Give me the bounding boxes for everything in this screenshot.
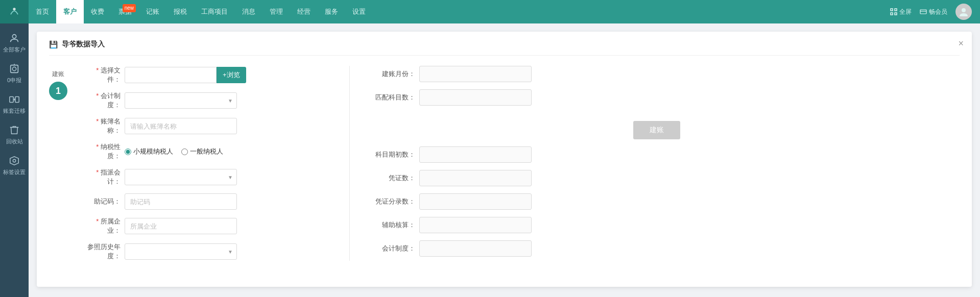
auxiliary-label: 辅助核算： <box>374 220 415 230</box>
sidebar-item-tag-settings[interactable]: 标签设置 <box>0 150 29 181</box>
nav-fee[interactable]: 收费 <box>84 0 111 23</box>
tax-type-label: 纳税性质： <box>84 142 121 161</box>
form-right: 建账月份： 匹配科目数： 建账 科目期初数： <box>370 66 960 261</box>
svg-rect-4 <box>891 13 893 15</box>
build-btn-row: 建账 <box>374 113 960 139</box>
sidebar-item-migrate[interactable]: 账套迁移 <box>0 89 29 119</box>
form-left: * 选择文件： +浏览 会计制度： ▼ <box>84 66 329 261</box>
period-initial-label: 科目期初数： <box>374 150 415 159</box>
sidebar-item-all-customers[interactable]: 全部客户 <box>0 28 29 58</box>
nav-service[interactable]: 服务 <box>318 0 345 23</box>
accounting-system-select[interactable] <box>125 92 237 109</box>
nav-home[interactable]: 首页 <box>29 0 56 23</box>
tax-general-radio[interactable] <box>181 148 188 155</box>
voucher-entries-value <box>419 193 532 210</box>
company-row: 所属企业： <box>84 217 329 235</box>
svg-rect-3 <box>895 9 897 11</box>
file-row: * 选择文件： +浏览 <box>84 66 329 84</box>
nav-manage[interactable]: 管理 <box>262 0 290 23</box>
svg-point-11 <box>12 67 16 70</box>
history-year-label: 参照历史年度： <box>84 242 121 261</box>
accountant-select[interactable] <box>125 169 237 185</box>
voucher-entries-row: 凭证分录数： <box>374 193 960 210</box>
match-subjects-value <box>419 89 532 106</box>
topbar: 首页 客户 收费 票据 new 记账 报税 工商项目 消息 管理 经营 服务 设… <box>0 0 980 23</box>
nav-operation[interactable]: 经营 <box>290 0 318 23</box>
period-initial-value <box>419 146 532 163</box>
accountant-label: 指派会计： <box>84 168 121 186</box>
accounting-system-select-wrap: ▼ <box>125 92 237 109</box>
nav-business[interactable]: 工商项目 <box>194 0 235 23</box>
file-input[interactable] <box>125 67 217 83</box>
form-right-inner: 建账月份： 匹配科目数： 建账 科目期初数： <box>374 66 960 257</box>
tax-type-row: 纳税性质： 小规模纳税人 一般纳税人 <box>84 142 329 161</box>
memo-input[interactable] <box>125 193 237 210</box>
logo[interactable] <box>0 0 29 23</box>
right-accounting-system-value <box>419 240 532 257</box>
ledger-name-row: 账簿名称： <box>84 117 329 135</box>
import-icon: 💾 <box>49 40 58 48</box>
history-year-select[interactable] <box>125 243 237 260</box>
sidebar-label-all-customers: 全部客户 <box>3 46 26 54</box>
file-input-row: +浏览 <box>125 67 246 83</box>
accounting-system-label: 会计制度： <box>84 91 121 110</box>
company-label: 所属企业： <box>84 217 121 235</box>
tax-type-radio-group: 小规模纳税人 一般纳税人 <box>125 147 223 156</box>
nav-settings[interactable]: 设置 <box>345 0 373 23</box>
period-initial-row: 科目期初数： <box>374 146 960 163</box>
form-body: 建账 1 * 选择文件： +浏览 会计制度： <box>49 66 960 261</box>
right-accounting-system-label: 会计制度： <box>374 244 415 253</box>
nav-message[interactable]: 消息 <box>235 0 262 23</box>
tax-general-label[interactable]: 一般纳税人 <box>181 147 223 156</box>
nav-customer[interactable]: 客户 <box>56 0 84 23</box>
svg-rect-5 <box>895 13 897 15</box>
main-content: 💾 导爷数据导入 × 建账 1 * 选择文件： +浏览 <box>29 23 980 297</box>
sidebar-item-zero-report[interactable]: 0申报 <box>0 58 29 89</box>
svg-rect-2 <box>891 9 893 11</box>
voucher-count-label: 凭证数： <box>374 174 415 183</box>
ledger-name-label: 账簿名称： <box>84 117 121 135</box>
voucher-count-row: 凭证数： <box>374 170 960 186</box>
topbar-right: 全屏 畅会员 <box>890 4 980 20</box>
close-button[interactable]: × <box>958 39 964 48</box>
browse-button[interactable]: +浏览 <box>217 67 246 83</box>
step-indicator: 建账 1 <box>49 66 67 261</box>
sidebar-label-migrate: 账套迁移 <box>3 107 26 115</box>
build-account-button[interactable]: 建账 <box>633 121 680 139</box>
right-fields: 建账月份： 匹配科目数： 建账 科目期初数： <box>374 66 960 257</box>
svg-point-15 <box>13 159 16 162</box>
memo-row: 助记码： <box>84 193 329 210</box>
memo-label: 助记码： <box>84 197 121 206</box>
build-month-row: 建账月份： <box>374 66 960 82</box>
topbar-nav: 首页 客户 收费 票据 new 记账 报税 工商项目 消息 管理 经营 服务 设… <box>29 0 890 23</box>
nav-tax[interactable]: 报税 <box>166 0 194 23</box>
company-input[interactable] <box>125 218 237 234</box>
sidebar-item-trash[interactable]: 回收站 <box>0 119 29 150</box>
match-subjects-row: 匹配科目数： <box>374 89 960 106</box>
voucher-entries-label: 凭证分录数： <box>374 197 415 206</box>
accountant-select-wrap: ▼ <box>125 169 237 185</box>
step-label: 建账 <box>52 70 64 79</box>
nav-invoice-badge: new <box>123 4 136 12</box>
tax-small-label[interactable]: 小规模纳税人 <box>125 147 173 156</box>
form-divider <box>349 66 350 261</box>
history-year-select-wrap: ▼ <box>125 243 237 260</box>
right-accounting-system-row: 会计制度： <box>374 240 960 257</box>
modal-title: 导爷数据导入 <box>62 40 105 49</box>
auxiliary-row: 辅助核算： <box>374 217 960 233</box>
sidebar-label-trash: 回收站 <box>6 138 23 145</box>
accounting-system-row: 会计制度： ▼ <box>84 91 329 110</box>
member-btn[interactable]: 畅会员 <box>920 8 947 16</box>
ledger-name-input[interactable] <box>125 118 237 134</box>
sidebar-label-zero-report: 0申报 <box>7 77 21 84</box>
svg-rect-13 <box>10 96 13 102</box>
tax-small-radio[interactable] <box>125 148 131 155</box>
svg-point-1 <box>13 8 15 10</box>
avatar[interactable] <box>955 4 972 20</box>
fullscreen-btn[interactable]: 全屏 <box>890 8 912 16</box>
nav-bookkeeping[interactable]: 记账 <box>139 0 166 23</box>
file-label: * 选择文件： <box>84 66 121 84</box>
sidebar-label-tag-settings: 标签设置 <box>3 168 26 176</box>
nav-invoice[interactable]: 票据 new <box>111 0 139 23</box>
svg-point-9 <box>12 34 16 38</box>
